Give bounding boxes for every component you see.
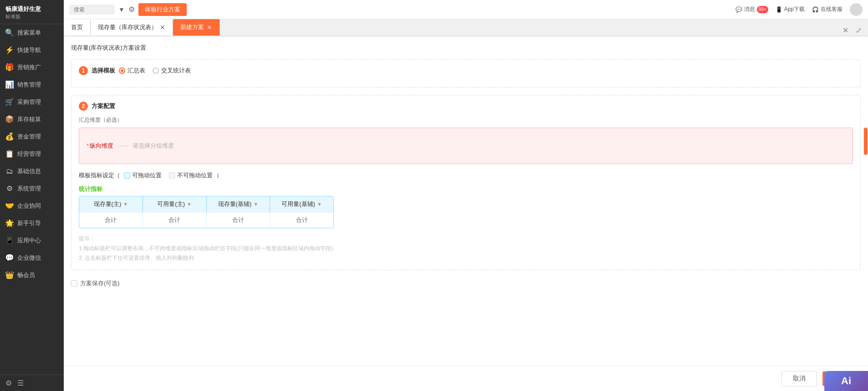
system-icon: ⚙	[5, 185, 14, 193]
collapse-icon[interactable]: ☰	[17, 379, 24, 387]
stats-col-1-label: 可用量(主)	[157, 200, 185, 208]
step1-section: 1 选择模板 汇总表 交叉统计表	[71, 59, 861, 87]
sidebar-item-sales[interactable]: 📊 销售管理	[0, 76, 64, 93]
basic-info-icon: 🗂	[5, 167, 14, 175]
sidebar-item-inventory[interactable]: 📦 库存核算	[0, 111, 64, 128]
sidebar-item-finance[interactable]: 💰 资金管理	[0, 128, 64, 145]
messages-item[interactable]: 💬 消息 99+	[735, 5, 768, 13]
step1-header: 1 选择模板 汇总表 交叉统计表	[79, 66, 853, 75]
sidebar-item-marketing[interactable]: 🎁 营销推广	[0, 59, 64, 76]
non-draggable-tag-box	[169, 172, 175, 179]
stats-label: 统计指标	[79, 185, 853, 193]
tab-home[interactable]: 首页	[64, 19, 91, 36]
content-footer: 方案保存(可选)	[71, 279, 861, 288]
sidebar-nav: 🔍 搜索菜单 ⚡ 快捷导航 🎁 营销推广 📊 销售管理 🛒 采购管理 📦 库存核…	[0, 24, 64, 375]
messages-badge: 99+	[757, 6, 768, 13]
close-window-button[interactable]: ✕	[840, 25, 851, 36]
sales-icon: 📊	[5, 81, 14, 89]
app-download-item[interactable]: 📱 App下载	[776, 5, 805, 13]
non-draggable-tag: 不可拖动位置	[169, 171, 213, 180]
tab-inventory-status[interactable]: 现存量（库存状况表） ✕	[91, 19, 173, 36]
finance-icon: 💰	[5, 133, 14, 141]
trial-button[interactable]: 体验行业方案	[138, 3, 187, 16]
cooperation-icon: 🤝	[5, 202, 14, 210]
app-download-label: App下载	[784, 5, 805, 13]
non-draggable-label: 不可拖动位置	[177, 171, 213, 180]
radio-cross-dot	[153, 67, 159, 74]
sidebar-item-enterprise-wechat[interactable]: 💬 企业微信	[0, 249, 64, 267]
topbar-right: 💬 消息 99+ 📱 App下载 🎧 在线客服	[735, 3, 863, 16]
sidebar-item-label: 营销推广	[17, 63, 41, 72]
sidebar-item-cooperation[interactable]: 🤝 企业协同	[0, 197, 64, 215]
maximize-window-button[interactable]: ⤢	[853, 25, 864, 36]
col-2-dropdown-icon[interactable]: ▼	[253, 201, 258, 207]
sidebar-item-label: 销售管理	[17, 81, 41, 89]
sidebar-item-label: 应用中心	[17, 237, 41, 245]
stats-data-row: 合计 合计 合计 合计	[79, 212, 333, 228]
app-logo: 畅康通好生意 标准版	[0, 0, 64, 24]
step2-header: 2 方案配置	[79, 102, 853, 111]
col-0-dropdown-icon[interactable]: ▼	[123, 201, 128, 207]
sidebar-item-app-center[interactable]: 📱 应用中心	[0, 232, 64, 249]
template-radio-group: 汇总表 交叉统计表	[119, 67, 191, 75]
radio-cross-label: 交叉统计表	[161, 67, 191, 75]
sidebar-item-label: 经营管理	[17, 150, 41, 158]
indicator-settings-suffix: ）	[216, 171, 222, 180]
step2-badge: 2	[79, 102, 88, 111]
stats-col-0[interactable]: 现存量(主) ▼	[79, 196, 143, 212]
radio-summary[interactable]: 汇总表	[119, 67, 145, 75]
sidebar-item-label: 采购管理	[17, 98, 41, 106]
sidebar-item-purchase[interactable]: 🛒 采购管理	[0, 93, 64, 111]
draggable-tag-box	[124, 172, 130, 179]
topbar-search-input[interactable]	[69, 5, 115, 15]
sidebar-item-label: 搜索菜单	[17, 29, 41, 37]
col-1-dropdown-icon[interactable]: ▼	[187, 201, 192, 207]
settings-icon[interactable]: ⚙	[5, 379, 12, 387]
search-menu-icon: 🔍	[5, 29, 14, 37]
online-service-item[interactable]: 🎧 在线客服	[812, 5, 842, 13]
required-mark: *	[87, 142, 89, 149]
quick-nav-icon: ⚡	[5, 46, 14, 54]
sidebar-item-label: 畅会员	[17, 271, 35, 279]
radio-cross[interactable]: 交叉统计表	[153, 67, 191, 75]
draggable-tag: 可拖动位置	[124, 171, 162, 180]
headset-icon: 🎧	[812, 6, 819, 13]
step1-title: 选择模板	[92, 67, 115, 75]
window-controls: ✕ ⤢	[836, 25, 868, 36]
tab-new-scheme[interactable]: 新建方案 ✕	[173, 19, 220, 36]
sidebar-item-operations[interactable]: 📋 经营管理	[0, 145, 64, 163]
stats-col-3[interactable]: 可用量(基辅) ▼	[270, 196, 333, 212]
stats-col-2-label: 现存量(基辅)	[218, 200, 252, 208]
col-3-dropdown-icon[interactable]: ▼	[317, 201, 322, 207]
sidebar-item-basic-info[interactable]: 🗂 基础信息	[0, 163, 64, 180]
bottom-bar: 取消 查询	[64, 365, 868, 391]
sidebar: 畅康通好生意 标准版 🔍 搜索菜单 ⚡ 快捷导航 🎁 营销推广 📊 销售管理 🛒…	[0, 0, 64, 391]
sidebar-item-search-menu[interactable]: 🔍 搜索菜单	[0, 24, 64, 41]
stats-col-2[interactable]: 现存量(基辅) ▼	[207, 196, 271, 212]
draggable-label: 可拖动位置	[132, 171, 162, 180]
stats-col-1[interactable]: 可用量(主) ▼	[143, 196, 207, 212]
sidebar-item-system[interactable]: ⚙ 系统管理	[0, 180, 64, 197]
stats-col-0-label: 现存量(主)	[94, 200, 122, 208]
step1-badge: 1	[79, 66, 88, 75]
stats-cell-2: 合计	[207, 212, 271, 228]
online-service-label: 在线客服	[821, 5, 842, 13]
sidebar-item-label: 企业微信	[17, 254, 41, 262]
save-checkbox[interactable]: 方案保存(可选)	[71, 279, 120, 288]
tab-new-close-icon[interactable]: ✕	[207, 24, 212, 31]
dimension-area[interactable]: *纵向维度——请选择分组维度	[79, 128, 853, 164]
save-checkbox-box[interactable]	[71, 280, 77, 287]
sidebar-item-quick-nav[interactable]: ⚡ 快捷导航	[0, 41, 64, 59]
tab-inventory-label: 现存量（库存状况表）	[98, 23, 157, 31]
cancel-button[interactable]: 取消	[781, 371, 817, 386]
topbar-dropdown-button[interactable]: ▼	[118, 6, 125, 13]
sidebar-item-label: 基础信息	[17, 167, 41, 175]
stats-header-row: 现存量(主) ▼ 可用量(主) ▼ 现存量(基辅) ▼ 可用量(基辅)	[79, 196, 333, 212]
user-avatar[interactable]	[850, 3, 863, 16]
stats-cell-0: 合计	[79, 212, 143, 228]
topbar-settings-button[interactable]: ⚙	[128, 5, 135, 14]
sidebar-item-member[interactable]: 👑 畅会员	[0, 267, 64, 284]
sidebar-item-new-guide[interactable]: 🌟 新手引导	[0, 215, 64, 232]
ai-badge[interactable]: Ai	[824, 371, 868, 391]
tab-inventory-close-icon[interactable]: ✕	[160, 24, 165, 31]
